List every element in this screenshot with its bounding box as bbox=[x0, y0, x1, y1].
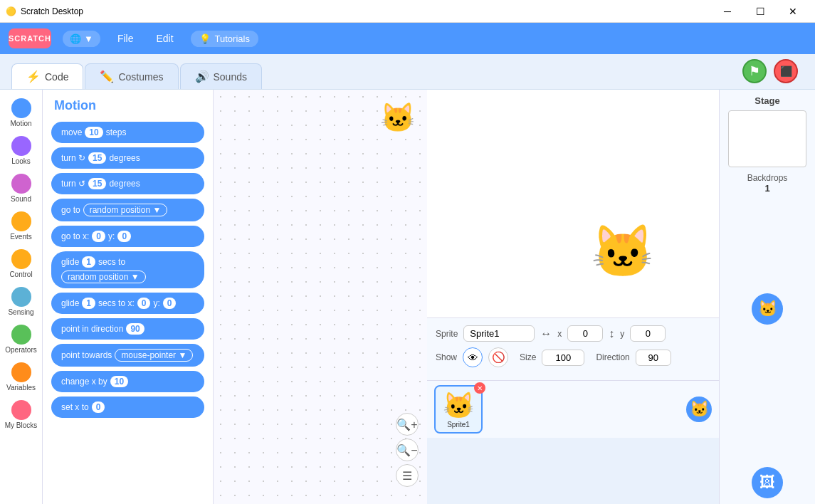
direction-label: Direction bbox=[596, 352, 629, 362]
block-gotoxy[interactable]: go to x: 0 y: 0 bbox=[51, 226, 204, 247]
sidebar-item-variables[interactable]: Variables bbox=[1, 359, 41, 394]
stage-canvas: 🐱 bbox=[427, 90, 719, 317]
size-label: Size bbox=[520, 352, 536, 362]
sidebar-item-sound[interactable]: Sound bbox=[1, 171, 41, 206]
tab-code[interactable]: ⚡ Code bbox=[11, 63, 83, 89]
block-change-x[interactable]: change x by 10 bbox=[51, 371, 204, 392]
globe-icon: 🌐 bbox=[70, 33, 81, 44]
tab-costumes[interactable]: ✏️ Costumes bbox=[85, 63, 178, 89]
sidebar-item-sensing[interactable]: Sensing bbox=[1, 284, 41, 319]
block-point-towards[interactable]: point towards mouse-pointer ▼ bbox=[51, 344, 204, 367]
events-dot bbox=[11, 211, 31, 231]
sensing-dot bbox=[11, 287, 31, 307]
sprites-bar: 🐱 Sprite1 ✕ 🐱 bbox=[427, 380, 719, 438]
show-label: Show bbox=[436, 352, 457, 362]
y-coord-input[interactable] bbox=[630, 325, 666, 342]
eye-open-icon: 👁 bbox=[468, 352, 478, 364]
variables-dot bbox=[11, 362, 31, 382]
green-flag-button[interactable]: ⚑ bbox=[742, 59, 767, 83]
block-turn-ccw[interactable]: turn ↺ 15 degrees bbox=[51, 173, 204, 194]
looks-dot bbox=[11, 136, 31, 156]
file-menu[interactable]: File bbox=[112, 30, 140, 47]
stage-area: 🐱 Sprite ↔ x ↕ y Show 👁 🚫 bbox=[427, 90, 719, 504]
tutorials-button[interactable]: 💡 Tutorials bbox=[191, 31, 258, 47]
zoom-in-button[interactable]: 🔍+ bbox=[396, 413, 419, 436]
blocks-panel: Motion move 10 steps turn ↻ 15 degrees t… bbox=[43, 90, 214, 504]
stop-button[interactable]: ⬛ bbox=[774, 59, 798, 83]
add-sprite-button[interactable]: 🐱 bbox=[686, 397, 712, 422]
titlebar: 🟡 Scratch Desktop ─ ☐ ✕ bbox=[0, 0, 815, 23]
x-coord-label: x bbox=[557, 329, 562, 339]
show-visible-button[interactable]: 👁 bbox=[463, 347, 483, 367]
add-sprite-icon: 🐱 bbox=[690, 400, 709, 419]
code-tab-icon: ⚡ bbox=[26, 70, 41, 83]
tutorials-icon: 💡 bbox=[199, 33, 211, 44]
sounds-tab-icon: 🔊 bbox=[195, 70, 209, 83]
stage-sidebar-label: Stage bbox=[754, 95, 779, 106]
zoom-out-button[interactable]: 🔍− bbox=[396, 439, 419, 461]
costumes-tab-label: Costumes bbox=[118, 71, 163, 83]
sidebar-item-looks[interactable]: Looks bbox=[1, 133, 41, 168]
x-coord-input[interactable] bbox=[567, 325, 603, 342]
eye-closed-icon: 🚫 bbox=[492, 351, 505, 364]
stage-cat-button[interactable]: 🐱 bbox=[752, 293, 783, 325]
tutorials-label: Tutorials bbox=[215, 33, 250, 44]
block-goto[interactable]: go to random position ▼ bbox=[51, 199, 204, 221]
category-sidebar: Motion Looks Sound Events Control Sensin… bbox=[0, 90, 43, 504]
close-button[interactable]: ✕ bbox=[777, 0, 809, 23]
costumes-tab-icon: ✏️ bbox=[100, 70, 114, 83]
sprite1-label: Sprite1 bbox=[447, 421, 470, 429]
backdrops-count: 1 bbox=[764, 183, 769, 194]
script-sprite-preview: 🐱 bbox=[380, 101, 416, 137]
sidebar-item-events[interactable]: Events bbox=[1, 209, 41, 243]
block-point-dir[interactable]: point in direction 90 bbox=[51, 318, 204, 340]
block-glide1[interactable]: glide 1 secs to random position ▼ bbox=[51, 251, 204, 288]
minimize-button[interactable]: ─ bbox=[711, 0, 744, 23]
language-menu[interactable]: 🌐 ▼ bbox=[63, 31, 100, 47]
fit-button[interactable]: ☰ bbox=[396, 464, 419, 487]
zoom-in-icon: 🔍+ bbox=[396, 418, 417, 431]
myblocks-dot bbox=[11, 400, 31, 420]
x-arrow-icon: ↔ bbox=[540, 327, 552, 340]
sprite1-emoji: 🐱 bbox=[443, 391, 475, 421]
block-glide2[interactable]: glide 1 secs to x: 0 y: 0 bbox=[51, 293, 204, 314]
tab-sounds[interactable]: 🔊 Sounds bbox=[180, 63, 262, 89]
control-label: Control bbox=[9, 271, 32, 278]
sidebar-item-operators[interactable]: Operators bbox=[1, 322, 41, 357]
dot-grid bbox=[214, 90, 427, 504]
control-dot bbox=[11, 249, 31, 269]
sprite-name-input[interactable] bbox=[463, 325, 535, 342]
sprite-name-label: Sprite bbox=[436, 329, 458, 339]
sidebar-item-motion[interactable]: Motion bbox=[1, 95, 41, 130]
sprite1-close-button[interactable]: ✕ bbox=[474, 382, 485, 394]
sound-label: Sound bbox=[11, 195, 31, 203]
block-move[interactable]: move 10 steps bbox=[51, 122, 204, 143]
block-turn-cw[interactable]: turn ↻ 15 degrees bbox=[51, 147, 204, 169]
motion-dot bbox=[11, 98, 31, 118]
blocks-header: Motion bbox=[43, 90, 213, 119]
sounds-tab-label: Sounds bbox=[214, 71, 247, 83]
backdrops-label: Backdrops bbox=[747, 173, 788, 183]
motion-label: Motion bbox=[10, 120, 31, 127]
edit-menu[interactable]: Edit bbox=[150, 30, 179, 47]
show-hidden-button[interactable]: 🚫 bbox=[488, 347, 508, 367]
sidebar-item-control[interactable]: Control bbox=[1, 246, 41, 281]
zoom-out-icon: 🔍− bbox=[396, 443, 417, 457]
script-zoom-controls: 🔍+ 🔍− ☰ bbox=[396, 413, 419, 487]
blocks-list: move 10 steps turn ↻ 15 degrees turn ↺ 1… bbox=[43, 119, 213, 504]
sprite-thumbnail-sprite1[interactable]: 🐱 Sprite1 ✕ bbox=[434, 385, 483, 434]
main-area: Motion Looks Sound Events Control Sensin… bbox=[0, 90, 815, 504]
backdrop-button[interactable]: 🖼 bbox=[752, 467, 783, 498]
maximize-button[interactable]: ☐ bbox=[744, 0, 777, 23]
events-label: Events bbox=[10, 233, 32, 241]
stage-mini-preview bbox=[728, 110, 806, 167]
size-input[interactable] bbox=[542, 350, 584, 366]
window-title: Scratch Desktop bbox=[21, 6, 83, 16]
sidebar-item-myblocks[interactable]: My Blocks bbox=[1, 397, 41, 432]
stage-cat-icon: 🐱 bbox=[758, 300, 777, 318]
operators-dot bbox=[11, 325, 31, 345]
script-area: 🐱 🔍+ 🔍− ☰ bbox=[214, 90, 427, 504]
myblocks-label: My Blocks bbox=[5, 421, 38, 429]
block-set-x[interactable]: set x to 0 bbox=[51, 397, 204, 418]
direction-input[interactable] bbox=[636, 350, 671, 366]
